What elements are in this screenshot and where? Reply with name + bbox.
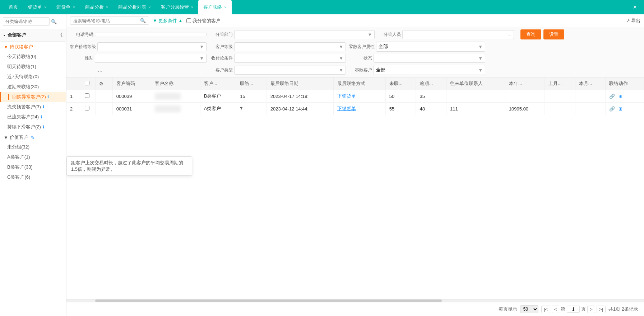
nav-customer-contact-close[interactable]: × — [224, 5, 226, 9]
row-checkbox[interactable] — [85, 93, 89, 98]
sidebar-item-tomorrow[interactable]: 明天待联络(1) — [0, 62, 66, 72]
already-lost-info-icon[interactable]: ℹ — [41, 115, 42, 119]
price-grade-input[interactable]: ▼ — [97, 42, 207, 51]
page-nav: |< < 第 页 > >| — [541, 306, 606, 313]
nav-sales-close[interactable]: × — [44, 5, 46, 9]
first-page-btn[interactable]: |< — [541, 306, 550, 313]
per-page-select[interactable]: 50 20 100 — [520, 305, 538, 313]
main-search-icon[interactable]: 🔍 — [140, 18, 146, 23]
sidebar-item-a-class[interactable]: A类客户(1) — [0, 152, 66, 162]
cell-action[interactable]: 🔗 ⊞ — [606, 103, 644, 115]
nav-home[interactable]: 首页 — [4, 0, 23, 14]
nav-analysis-close[interactable]: × — [106, 5, 108, 9]
search-input-wrap: 🔍 — [70, 16, 149, 25]
nav-customer-tier[interactable]: 客户分层经营 × — [156, 0, 198, 14]
sidebar-item-today[interactable]: 今天待联络(0) — [0, 52, 66, 62]
sidebar-item-repurchase[interactable]: 回购异常客户(2) ℹ — [0, 92, 66, 102]
payment-input[interactable]: ▼ — [234, 54, 346, 63]
sidebar-search-area: 🔍 — [0, 14, 66, 29]
cell-contact: 15 — [236, 90, 267, 103]
value-group-label[interactable]: ▼ 价值客户 ✎ — [0, 132, 66, 142]
collapse-icon[interactable]: 《 — [58, 32, 62, 38]
value-group-edit-icon[interactable]: ✎ — [31, 135, 34, 140]
content-area: 🔍 ▼ 更多条件 ▲ 我分管的客户 ↗ 导出 电话号码 — [66, 14, 644, 316]
cell-index: 1 — [66, 90, 81, 103]
cell-spacer — [95, 103, 112, 115]
action-grid-icon[interactable]: ⊞ — [618, 94, 622, 99]
sidebar-search-input[interactable] — [3, 17, 50, 26]
sidebar-item-overdue[interactable]: 逾期未联络(30) — [0, 82, 66, 92]
scrollbar-thumb[interactable] — [95, 300, 442, 302]
dept-input[interactable]: ▼ — [234, 30, 375, 39]
main-search-input[interactable] — [73, 18, 140, 23]
customer-type-input[interactable]: ▼ — [234, 66, 346, 75]
next-page-btn[interactable]: > — [587, 306, 595, 313]
query-button[interactable]: 查询 — [520, 29, 541, 39]
cell-action[interactable]: 🔗 ⊞ — [606, 90, 644, 103]
nav-purchase[interactable]: 进货单 × — [51, 0, 80, 14]
prev-page-btn[interactable]: < — [552, 306, 560, 313]
all-customers-header[interactable]: ▪ 全部客户 《 — [0, 29, 66, 42]
export-btn[interactable]: ↗ 导出 — [626, 18, 640, 24]
gender-input[interactable]: ▼ — [95, 54, 207, 63]
pagination: 每页显示 50 20 100 |< < 第 页 > >| 共1页 2条记录 — [66, 302, 644, 316]
horizontal-scrollbar[interactable] — [66, 299, 644, 302]
window-close-icon[interactable]: × — [629, 4, 640, 11]
declining-info-icon[interactable]: ℹ — [43, 125, 44, 129]
cell-checkbox[interactable] — [81, 103, 95, 115]
nav-customer-contact[interactable]: 客户联络 × — [198, 0, 231, 14]
sidebar-search-icon[interactable]: 🔍 — [51, 19, 57, 24]
page-input[interactable] — [567, 306, 580, 313]
last-method-link[interactable]: 下销货单 — [337, 106, 356, 111]
sidebar-item-ungrouped[interactable]: 未分组(32) — [0, 142, 66, 152]
customer-grade-input[interactable]: ▼ — [234, 42, 346, 51]
settings-button[interactable]: 设置 — [543, 29, 564, 39]
cell-last-month — [545, 90, 575, 103]
sidebar-item-declining[interactable]: 持续下滑客户(2) ℹ — [0, 122, 66, 132]
last-page-btn[interactable]: >| — [597, 306, 606, 313]
nav-sales[interactable]: 销货单 × — [23, 0, 51, 14]
status-arrow-icon: ▼ — [478, 56, 483, 61]
retail-customer-input[interactable]: 全部 ▼ — [374, 65, 485, 75]
sidebar-item-lost-preview[interactable]: 流失预警客户(3) ℹ — [0, 102, 66, 112]
action-link-icon[interactable]: 🔗 — [609, 106, 615, 112]
repurchase-info-icon[interactable]: ℹ — [47, 95, 49, 99]
status-input[interactable]: ▼ — [374, 54, 485, 63]
retail-attr-input[interactable]: 全部 ▼ — [376, 42, 485, 52]
cell-checkbox[interactable] — [81, 90, 95, 103]
row-checkbox[interactable] — [85, 106, 89, 110]
select-all-checkbox[interactable] — [85, 81, 89, 85]
tooltip-box: 距客户上次交易时长，超过了此客户的平均交易周期的1.5倍，则视为异常。 — [66, 156, 192, 176]
col-this-year: 本年... — [505, 77, 545, 90]
pending-group-label[interactable]: ▼ 待联络客户 — [0, 42, 66, 52]
filter-bar: 🔍 ▼ 更多条件 ▲ 我分管的客户 ↗ 导出 — [66, 14, 644, 27]
cell-last-method[interactable]: 下销货单 — [334, 103, 386, 115]
my-customers-checkbox[interactable] — [186, 18, 191, 23]
cell-last-method[interactable]: 下销货单 — [334, 90, 386, 103]
col-action: 联络动作 — [606, 77, 644, 90]
cell-last-date: 2023-04-17 14:19: — [267, 90, 333, 103]
cell-this-month — [575, 103, 606, 115]
sidebar-item-already-lost[interactable]: 已流失客户(24) ℹ — [0, 112, 66, 122]
col-checkbox[interactable] — [81, 77, 95, 90]
nav-analysis-list-close[interactable]: × — [148, 5, 150, 9]
more-conditions-btn[interactable]: ▼ 更多条件 ▲ — [153, 18, 183, 24]
col-settings[interactable]: ⚙ — [95, 77, 112, 90]
adv-filter-row-1: 电话号码 分管部门 ▼ 分管人员 ... 查询 设置 — [70, 29, 640, 39]
col-grade: 客户... — [200, 77, 236, 90]
last-method-link[interactable]: 下销货单 — [337, 93, 356, 99]
action-link-icon[interactable]: 🔗 — [609, 94, 615, 99]
sidebar-item-c-class[interactable]: C类客户(6) — [0, 172, 66, 182]
nav-purchase-close[interactable]: × — [73, 5, 75, 9]
nav-customer-tier-close[interactable]: × — [191, 5, 193, 9]
person-input[interactable]: ... — [402, 30, 514, 39]
action-grid-icon[interactable]: ⊞ — [618, 106, 622, 112]
cell-code: 000039 — [112, 90, 151, 103]
nav-analysis[interactable]: 商品分析 × — [80, 0, 113, 14]
phone-input[interactable] — [95, 33, 207, 36]
sidebar-item-b-class[interactable]: B类客户(33) — [0, 162, 66, 172]
lost-preview-info-icon[interactable]: ℹ — [43, 105, 44, 109]
col-code: 客户编码 — [112, 77, 151, 90]
nav-analysis-list[interactable]: 商品分析列表 × — [113, 0, 156, 14]
sidebar-item-7days[interactable]: 近7天待联络(0) — [0, 72, 66, 82]
